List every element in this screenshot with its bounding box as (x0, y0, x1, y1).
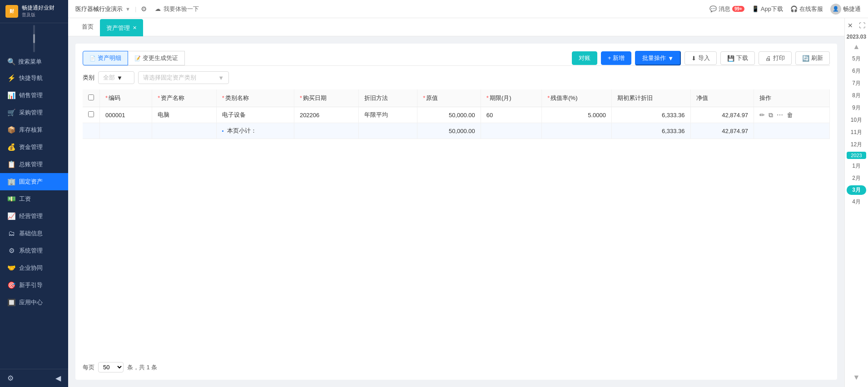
page-size-label: 每页 (83, 363, 94, 372)
download-btn[interactable]: 💾 下载 (720, 51, 755, 65)
right-toolbar: 对账 + 新增 批量操作 ▼ ⬇ 导入 💾 (572, 51, 830, 65)
import-icon: ⬇ (691, 55, 696, 62)
page-size-select[interactable]: 50 10 20 100 (98, 362, 124, 372)
sidebar-item-search[interactable]: 🔍 搜索菜单 (0, 54, 68, 69)
sidebar-item-inventory[interactable]: 📦 库存核算 (0, 121, 68, 139)
print-btn[interactable]: 🖨 打印 (759, 51, 792, 65)
sub-tab-asset-detail[interactable]: 📄 资产明细 (83, 51, 128, 65)
sidebar-item-assets[interactable]: 🏢 固定资产 (0, 173, 68, 190)
messages-btn[interactable]: 💬 消息 99+ (709, 5, 744, 13)
more-icon[interactable]: ⋯ (777, 111, 783, 119)
table-row: 000001 电脑 电子设备 202206 年限平均 50,000.00 60 … (83, 107, 830, 123)
sub-tab-change-voucher[interactable]: 📝 变更生成凭证 (128, 51, 185, 65)
subtotal-icon: ▪ (222, 128, 224, 134)
refresh-btn[interactable]: 🔄 刷新 (795, 51, 830, 65)
sales-icon: 📊 (7, 91, 15, 99)
sidebar: 财 畅捷通好业财 普及版 🔍 搜索菜单 ⚡ 快捷导航 📊 销售管理 🛒 采购管理 (0, 0, 68, 387)
select-all-checkbox[interactable] (88, 94, 94, 100)
sidebar-item-purchase[interactable]: 🛒 采购管理 (0, 104, 68, 121)
right-panel-close-icon[interactable]: ✕ (848, 22, 853, 29)
row1-original-value: 50,000.00 (417, 107, 481, 123)
app-logo-icon: 财 (5, 5, 18, 18)
tabs-bar: 首页 资产管理 ✕ (68, 18, 844, 36)
company-name: 医疗器械行业演示 (75, 5, 123, 13)
batch-btn[interactable]: 批量操作 ▼ (635, 51, 681, 65)
right-panel-expand-icon[interactable]: ⛶ (859, 22, 865, 29)
copy-icon[interactable]: ⧉ (769, 111, 773, 119)
scroll-down-btn[interactable]: ▼ (845, 372, 868, 383)
col-purchase-date: *购买日期 (294, 89, 358, 107)
sidebar-item-sales[interactable]: 📊 销售管理 (0, 87, 68, 104)
month-3-active[interactable]: 3月 (847, 185, 866, 195)
sidebar-item-guide[interactable]: 🎯 新手引导 (0, 277, 68, 294)
month-11[interactable]: 11月 (845, 126, 868, 139)
category-filter-select[interactable]: 全部 ▼ (98, 71, 134, 84)
right-panel: ✕ ⛶ 2023.03 ▲ 5月 6月 7月 8月 9月 10月 11月 12月… (844, 18, 868, 387)
basic-icon: 🗂 (7, 229, 15, 237)
new-btn[interactable]: + 新增 (601, 51, 631, 65)
salary-icon: 💵 (7, 195, 15, 203)
category-filter-input[interactable]: 请选择固定资产类别 ▼ (138, 71, 229, 84)
row1-checkbox[interactable] (88, 111, 94, 117)
delete-icon[interactable]: 🗑 (787, 111, 793, 119)
category-select-arrow: ▼ (117, 74, 123, 81)
sidebar-item-system[interactable]: ⚙ 系统管理 (0, 242, 68, 259)
inventory-icon: 📦 (7, 126, 15, 134)
scroll-up-btn[interactable]: ▲ (845, 41, 868, 53)
month-7[interactable]: 7月 (845, 77, 868, 89)
year-2023-badge[interactable]: 2023 (847, 152, 866, 159)
messages-badge: 99+ (732, 6, 744, 12)
month-4[interactable]: 4月 (845, 196, 868, 208)
col-residual-rate: *残值率(%) (542, 89, 612, 107)
collapse-icon[interactable]: ◀ (55, 374, 61, 382)
edit-icon[interactable]: ✏ (759, 111, 765, 119)
month-12[interactable]: 12月 (845, 139, 868, 151)
col-depreciation-method: 折旧方法 (358, 89, 417, 107)
account-btn[interactable]: 对账 (572, 51, 597, 65)
user-profile[interactable]: 👤 畅捷通 (830, 4, 861, 15)
import-btn[interactable]: ⬇ 导入 (684, 51, 717, 65)
settings-icon[interactable]: ⚙ (7, 374, 14, 382)
refresh-icon: 🔄 (802, 55, 809, 62)
month-5[interactable]: 5月 (845, 53, 868, 65)
operations-icon: 📈 (7, 212, 15, 220)
topbar-gear-icon[interactable]: ⚙ (141, 5, 147, 13)
service-icon: 🎧 (790, 5, 798, 12)
download-icon: 📱 (752, 5, 759, 12)
row1-period: 60 (481, 107, 541, 123)
topbar-experience[interactable]: ☁ 我要体验一下 (155, 5, 199, 13)
sidebar-item-funds[interactable]: 💰 资金管理 (0, 139, 68, 156)
search-icon: 🔍 (7, 58, 15, 66)
col-code: *编码 (100, 89, 152, 107)
tab-close-icon[interactable]: ✕ (133, 25, 137, 31)
sidebar-item-basic[interactable]: 🗂 基础信息 (0, 225, 68, 242)
company-selector[interactable]: 医疗器械行业演示 ▼ (75, 5, 130, 13)
sidebar-item-salary[interactable]: 💵 工资 (0, 190, 68, 208)
sidebar-item-ledger[interactable]: 📋 总账管理 (0, 156, 68, 173)
month-9[interactable]: 9月 (845, 102, 868, 114)
category-select-label: 全部 (103, 74, 115, 82)
row1-checkbox-cell (83, 107, 100, 123)
month-1[interactable]: 1月 (845, 160, 868, 172)
month-2[interactable]: 2月 (845, 172, 868, 184)
topbar-right: 💬 消息 99+ 📱 App下载 🎧 在线客服 👤 畅捷通 (709, 4, 861, 15)
month-8[interactable]: 8月 (845, 89, 868, 102)
app-download-btn[interactable]: 📱 App下载 (752, 5, 783, 13)
tab-assets[interactable]: 资产管理 ✕ (100, 19, 143, 37)
sidebar-item-enterprise[interactable]: 🤝 企业协同 (0, 259, 68, 277)
enterprise-icon: 🤝 (7, 264, 15, 272)
right-panel-header: ✕ ⛶ (845, 22, 868, 29)
online-service-btn[interactable]: 🎧 在线客服 (790, 5, 823, 13)
message-icon: 💬 (709, 5, 717, 12)
month-6[interactable]: 6月 (845, 65, 868, 77)
purchase-icon: 🛒 (7, 109, 15, 117)
month-10[interactable]: 10月 (845, 114, 868, 126)
sidebar-item-apps[interactable]: 🔲 应用中心 (0, 294, 68, 311)
sidebar-item-quicknav[interactable]: ⚡ 快捷导航 (0, 69, 68, 87)
tab-home[interactable]: 首页 (75, 18, 100, 36)
row1-category: 电子设备 (216, 107, 294, 123)
row1-actions: ✏ ⧉ ⋯ 🗑 (754, 107, 830, 123)
subtotal-original-value: 50,000.00 (417, 123, 481, 139)
sidebar-item-operations[interactable]: 📈 经营管理 (0, 208, 68, 225)
col-checkbox (83, 89, 100, 107)
